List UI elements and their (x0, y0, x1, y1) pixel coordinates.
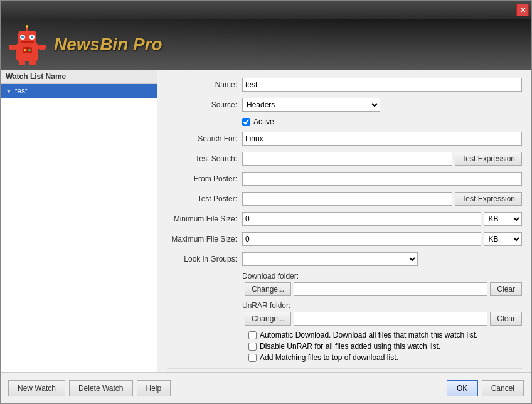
look-in-groups-control (242, 252, 522, 266)
min-file-size-row: Minimum File Size: KB MB GB (167, 211, 522, 226)
watch-list-body: ▼ test (1, 84, 157, 372)
main-content: Watch List Name ▼ test Name: Source: (1, 70, 531, 372)
name-input[interactable] (242, 78, 522, 92)
disable-unrar-checkbox[interactable] (248, 343, 257, 351)
look-in-groups-select[interactable] (242, 252, 418, 266)
app-title: NewsBin Pro (54, 35, 162, 55)
from-poster-input[interactable] (242, 172, 522, 186)
search-for-control (242, 132, 522, 146)
source-label: Source: (167, 100, 242, 109)
auto-download-label: Automatic Download. Download all files t… (260, 331, 478, 339)
name-row: Name: (167, 77, 522, 92)
download-folder-clear-button[interactable]: Clear (490, 282, 522, 296)
test-search-label: Test Search: (167, 154, 242, 163)
search-for-input[interactable] (242, 132, 522, 146)
download-folder-row: Change... Clear (167, 282, 522, 296)
unrar-folder-input[interactable] (294, 312, 487, 326)
new-watch-button[interactable]: New Watch (8, 380, 65, 396)
svg-rect-6 (21, 41, 34, 43)
active-label: Active (253, 117, 274, 126)
min-file-size-input[interactable] (242, 212, 481, 226)
test-search-input[interactable] (242, 152, 452, 166)
test-search-control: Test Expression (242, 152, 522, 166)
bottom-left-buttons: New Watch Delete Watch Help (8, 380, 447, 396)
svg-rect-12 (29, 61, 36, 65)
close-button[interactable]: ✕ (516, 4, 529, 16)
add-matching-checkbox[interactable] (248, 354, 257, 362)
watch-list-header: Watch List Name (1, 70, 157, 84)
min-file-size-control: KB MB GB (242, 212, 522, 226)
min-file-size-label: Minimum File Size: (167, 215, 242, 223)
download-folder-section-label: Download folder: (242, 272, 522, 280)
test-poster-control: Test Expression (242, 192, 522, 206)
download-folder-input[interactable] (294, 282, 487, 296)
cancel-button[interactable]: Cancel (482, 380, 524, 396)
delete-watch-button[interactable]: Delete Watch (69, 380, 133, 396)
unrar-folder-row: Change... Clear (167, 312, 522, 326)
look-in-groups-row: Look in Groups: (167, 252, 522, 267)
test-search-row: Test Search: Test Expression (167, 151, 522, 166)
header-banner: NewsBin Pro (1, 19, 531, 70)
test-poster-label: Test Poster: (167, 194, 242, 203)
bottom-bar: New Watch Delete Watch Help OK Cancel (1, 372, 531, 403)
download-folder-change-button[interactable]: Change... (245, 282, 291, 296)
svg-point-4 (21, 36, 24, 38)
svg-point-5 (31, 36, 33, 38)
test-poster-input[interactable] (242, 192, 452, 206)
unrar-folder-section-label: UnRAR folder: (242, 301, 522, 310)
search-for-row: Search For: (167, 131, 522, 146)
from-poster-label: From Poster: (167, 174, 242, 183)
list-item[interactable]: ▼ test (1, 84, 157, 98)
test-expression-button-1[interactable]: Test Expression (455, 152, 522, 166)
help-button[interactable]: Help (137, 380, 171, 396)
min-file-size-unit-select[interactable]: KB MB GB (484, 212, 522, 226)
look-in-groups-label: Look in Groups: (167, 255, 242, 263)
test-expression-button-2[interactable]: Test Expression (455, 192, 522, 206)
name-control (242, 78, 522, 92)
from-poster-control (242, 172, 522, 186)
source-row: Source: Headers Subject From Body (167, 97, 522, 112)
options-checkboxes: Automatic Download. Download all files t… (248, 331, 522, 362)
logo-area: NewsBin Pro (7, 24, 162, 65)
unrar-folder-change-button[interactable]: Change... (245, 312, 291, 326)
active-checkbox[interactable] (242, 118, 250, 126)
ok-button[interactable]: OK (447, 380, 478, 396)
svg-rect-10 (38, 45, 46, 50)
add-matching-label: Add Matching files to top of download li… (260, 353, 398, 362)
max-file-size-label: Maximum File Size: (167, 235, 242, 243)
disable-unrar-label: Disable UnRAR for all files added using … (260, 342, 440, 351)
active-row: Active (242, 117, 522, 126)
svg-rect-11 (19, 61, 25, 65)
test-poster-row: Test Poster: Test Expression (167, 191, 522, 206)
bottom-right-buttons: OK Cancel (447, 380, 524, 396)
name-label: Name: (167, 80, 242, 89)
right-panel: Name: Source: Headers Subject From Body (157, 70, 531, 372)
source-select[interactable]: Headers Subject From Body (242, 98, 380, 112)
add-matching-row: Add Matching files to top of download li… (248, 353, 522, 362)
auto-download-row: Automatic Download. Download all files t… (248, 331, 522, 339)
svg-rect-9 (9, 45, 16, 50)
svg-point-15 (28, 49, 31, 51)
max-file-size-control: KB MB GB (242, 232, 522, 246)
watch-list-panel: Watch List Name ▼ test (1, 70, 157, 372)
max-file-size-unit-select[interactable]: KB MB GB (484, 232, 522, 246)
funnel-icon: ▼ (6, 88, 12, 95)
search-for-label: Search For: (167, 134, 242, 143)
source-control: Headers Subject From Body (242, 98, 522, 112)
from-poster-row: From Poster: (167, 171, 522, 186)
dialog-window: ✕ (0, 0, 532, 404)
svg-point-14 (24, 49, 26, 51)
max-file-size-input[interactable] (242, 232, 481, 246)
robot-logo-icon (7, 24, 48, 65)
unrar-folder-clear-button[interactable]: Clear (490, 312, 522, 326)
list-item-label: test (15, 87, 27, 95)
svg-point-8 (26, 25, 28, 28)
auto-download-checkbox[interactable] (248, 331, 257, 339)
disable-unrar-row: Disable UnRAR for all files added using … (248, 342, 522, 351)
max-file-size-row: Maximum File Size: KB MB GB (167, 231, 522, 247)
title-bar: ✕ (1, 1, 531, 19)
